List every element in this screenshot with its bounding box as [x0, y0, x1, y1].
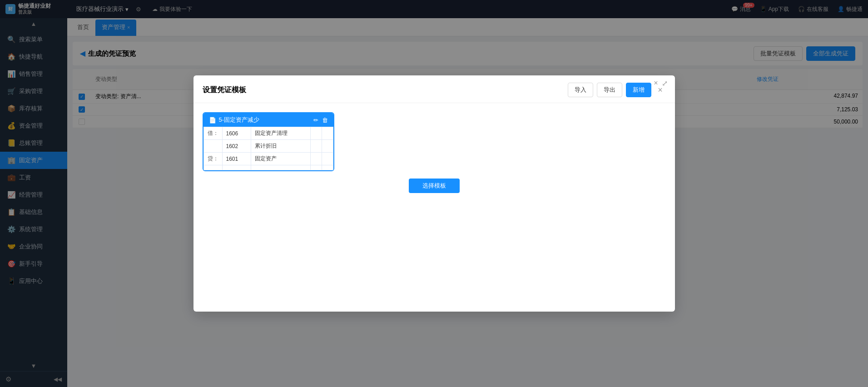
- name-2: 累计折旧: [251, 140, 310, 153]
- edit-icon[interactable]: ✏: [313, 117, 318, 124]
- export-button[interactable]: 导出: [597, 83, 622, 97]
- modal-overlay: × ⤢ 设置凭证模板 导入 导出 新增 ×: [67, 36, 868, 387]
- code-1: 1606: [222, 127, 251, 140]
- dialog-actions: 导入 导出 新增 ×: [568, 83, 666, 97]
- select-template-button[interactable]: 选择模板: [409, 179, 460, 193]
- card-actions: ✏ 🗑: [313, 117, 328, 124]
- side-4: [203, 165, 222, 170]
- template-row-2: 1602 累计折旧: [203, 140, 333, 153]
- content-area: 首页 资产管理 × ◀ 生成的凭证预览 批量凭证模板 全部生成凭: [67, 18, 868, 387]
- code-3: 1601: [222, 153, 251, 165]
- delete-icon[interactable]: 🗑: [322, 117, 328, 124]
- credit-2: [322, 140, 333, 153]
- code-2: 1602: [222, 140, 251, 153]
- dialog-title: 设置凭证模板: [203, 85, 246, 95]
- document-icon: 📄: [209, 117, 216, 124]
- window-close-button[interactable]: ×: [654, 79, 658, 88]
- name-3: 固定资产: [251, 153, 310, 165]
- template-title: 5-固定资产减少: [219, 116, 260, 124]
- window-controls: × ⤢: [654, 79, 667, 88]
- add-button[interactable]: 新增: [626, 83, 651, 97]
- debit-2: [310, 140, 322, 153]
- template-card-header: 📄 5-固定资产减少 ✏ 🗑: [203, 113, 333, 127]
- import-button[interactable]: 导入: [568, 83, 593, 97]
- name-1: 固定资产清理: [251, 127, 310, 140]
- side-2: [203, 140, 222, 153]
- dialog-header: 设置凭证模板 导入 导出 新增 ×: [193, 75, 675, 103]
- credit-3: [322, 153, 333, 165]
- template-row-1: 借： 1606 固定资产清理: [203, 127, 333, 140]
- template-table: 借： 1606 固定资产清理: [203, 127, 333, 170]
- dialog-body: 📄 5-固定资产减少 ✏ 🗑: [193, 103, 675, 312]
- name-4: [251, 165, 310, 170]
- credit-1: [322, 127, 333, 140]
- side-1: 借：: [203, 127, 222, 140]
- card-title: 📄 5-固定资产减少: [209, 116, 260, 124]
- template-card[interactable]: 📄 5-固定资产减少 ✏ 🗑: [203, 112, 334, 171]
- template-row-3: 贷： 1601 固定资产: [203, 153, 333, 165]
- side-3: 贷：: [203, 153, 222, 165]
- debit-1: [310, 127, 322, 140]
- debit-3: [310, 153, 322, 165]
- window-maximize-button[interactable]: ⤢: [662, 79, 668, 88]
- template-card-body: 借： 1606 固定资产清理: [203, 127, 333, 170]
- code-4: [222, 165, 251, 170]
- page-content: ◀ 生成的凭证预览 批量凭证模板 全部生成凭证 变动类型 资产名称 固定资产原值: [67, 36, 868, 387]
- template-row-4: [203, 165, 333, 170]
- credit-4: [322, 165, 333, 170]
- dialog: × ⤢ 设置凭证模板 导入 导出 新增 ×: [193, 75, 675, 312]
- debit-4: [310, 165, 322, 170]
